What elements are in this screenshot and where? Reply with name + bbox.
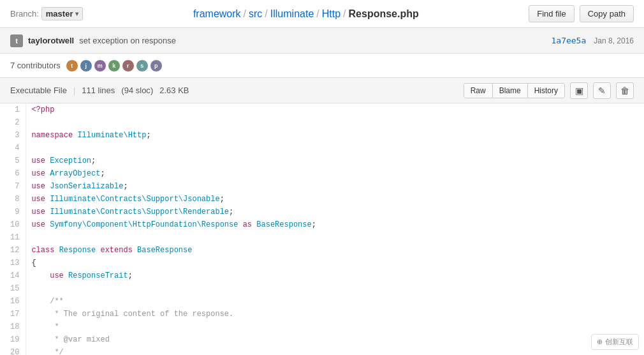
line-number[interactable]: 13 bbox=[0, 257, 26, 269]
commit-author[interactable]: taylorotwell bbox=[28, 36, 74, 45]
line-number[interactable]: 3 bbox=[0, 129, 26, 142]
table-row: 16 /** bbox=[0, 295, 644, 308]
copy-path-button[interactable]: Copy path bbox=[580, 5, 634, 22]
commit-bar: t taylorotwell set exception on response… bbox=[0, 28, 644, 54]
line-code: use ResponseTrait; bbox=[26, 269, 644, 282]
line-code: * @var mixed bbox=[26, 333, 644, 346]
breadcrumb-framework[interactable]: framework bbox=[193, 8, 241, 20]
contributors-label[interactable]: 7 contributors bbox=[10, 61, 61, 70]
table-row: 3namespace Illuminate\Http; bbox=[0, 129, 644, 142]
line-number[interactable]: 7 bbox=[0, 180, 26, 193]
find-file-button[interactable]: Find file bbox=[529, 5, 574, 22]
desktop-icon[interactable]: ▣ bbox=[570, 82, 588, 99]
table-row: 18 * bbox=[0, 321, 644, 333]
line-number[interactable]: 15 bbox=[0, 282, 26, 295]
file-lines: 111 lines bbox=[82, 86, 115, 95]
file-sloc: (94 sloc) bbox=[121, 86, 153, 95]
blame-button[interactable]: Blame bbox=[493, 84, 528, 98]
table-row: 7use JsonSerializable; bbox=[0, 180, 644, 193]
breadcrumb-http[interactable]: Http bbox=[322, 8, 340, 20]
contributor-avatar-4[interactable]: k bbox=[108, 59, 121, 72]
line-number[interactable]: 9 bbox=[0, 206, 26, 218]
line-code bbox=[26, 142, 644, 155]
file-meta-right: Raw Blame History ▣ ✎ 🗑 bbox=[464, 82, 634, 99]
contributors-bar: 7 contributors t j m k r s p bbox=[0, 54, 644, 78]
line-code: use Symfony\Component\HttpFoundation\Res… bbox=[26, 218, 644, 231]
table-row: 11 bbox=[0, 231, 644, 244]
code-table: 1<?php2 3namespace Illuminate\Http;4 5us… bbox=[0, 103, 644, 355]
contributor-avatar-7[interactable]: p bbox=[150, 59, 163, 72]
line-number[interactable]: 12 bbox=[0, 244, 26, 257]
code-area: 1<?php2 3namespace Illuminate\Http;4 5us… bbox=[0, 103, 644, 355]
line-number[interactable]: 5 bbox=[0, 155, 26, 167]
line-number[interactable]: 20 bbox=[0, 346, 26, 355]
table-row: 12class Response extends BaseResponse bbox=[0, 244, 644, 257]
table-row: 6use ArrayObject; bbox=[0, 167, 644, 180]
table-row: 20 */ bbox=[0, 346, 644, 355]
contributor-avatars: t j m k r s p bbox=[66, 59, 163, 72]
line-code: use JsonSerializable; bbox=[26, 180, 644, 193]
line-number[interactable]: 8 bbox=[0, 193, 26, 206]
top-bar: Branch: master ▾ framework / src / Illum… bbox=[0, 0, 644, 28]
line-number[interactable]: 2 bbox=[0, 116, 26, 129]
line-number[interactable]: 11 bbox=[0, 231, 26, 244]
sep-4: / bbox=[343, 8, 346, 20]
contributor-avatar-3[interactable]: m bbox=[94, 59, 106, 72]
breadcrumb-src[interactable]: src bbox=[249, 8, 262, 20]
branch-dropdown[interactable]: master ▾ bbox=[41, 7, 84, 20]
table-row: 10use Symfony\Component\HttpFoundation\R… bbox=[0, 218, 644, 231]
line-code bbox=[26, 231, 644, 244]
commit-sha[interactable]: 1a7ee5a bbox=[551, 36, 586, 45]
line-code: use Exception; bbox=[26, 155, 644, 167]
contributor-avatar-6[interactable]: s bbox=[136, 59, 149, 72]
line-number[interactable]: 1 bbox=[0, 103, 26, 116]
line-number[interactable]: 14 bbox=[0, 269, 26, 282]
line-number[interactable]: 4 bbox=[0, 142, 26, 155]
table-row: 13{ bbox=[0, 257, 644, 269]
line-code: use Illuminate\Contracts\Support\Jsonabl… bbox=[26, 193, 644, 206]
divider-1: | bbox=[73, 86, 75, 95]
file-type: Executable File bbox=[10, 86, 67, 95]
commit-right: 1a7ee5a Jan 8, 2016 bbox=[551, 36, 634, 45]
line-number[interactable]: 17 bbox=[0, 308, 26, 321]
commit-date: Jan 8, 2016 bbox=[594, 36, 634, 45]
table-row: 1<?php bbox=[0, 103, 644, 116]
delete-icon[interactable]: 🗑 bbox=[616, 82, 634, 99]
avatar: t bbox=[10, 34, 23, 47]
table-row: 14 use ResponseTrait; bbox=[0, 269, 644, 282]
line-number[interactable]: 18 bbox=[0, 321, 26, 333]
branch-name-text: master bbox=[46, 9, 73, 19]
table-row: 9use Illuminate\Contracts\Support\Render… bbox=[0, 206, 644, 218]
raw-button[interactable]: Raw bbox=[464, 84, 493, 98]
breadcrumb-illuminate[interactable]: Illuminate bbox=[270, 8, 314, 20]
table-row: 5use Exception; bbox=[0, 155, 644, 167]
top-actions: Find file Copy path bbox=[529, 5, 634, 22]
edit-icon[interactable]: ✎ bbox=[593, 82, 611, 99]
sep-3: / bbox=[316, 8, 319, 20]
line-number[interactable]: 10 bbox=[0, 218, 26, 231]
breadcrumb: framework / src / Illuminate / Http / Re… bbox=[193, 8, 419, 20]
file-meta-bar: Executable File | 111 lines (94 sloc) 2.… bbox=[0, 78, 644, 103]
history-button[interactable]: History bbox=[528, 84, 564, 98]
line-code: use ArrayObject; bbox=[26, 167, 644, 180]
sep-1: / bbox=[244, 8, 246, 20]
contributor-avatar-1[interactable]: t bbox=[66, 59, 78, 72]
file-size: 2.63 KB bbox=[159, 86, 189, 95]
line-code: * bbox=[26, 321, 644, 333]
line-number[interactable]: 16 bbox=[0, 295, 26, 308]
line-code: use Illuminate\Contracts\Support\Rendera… bbox=[26, 206, 644, 218]
line-code: namespace Illuminate\Http; bbox=[26, 129, 644, 142]
sep-2: / bbox=[265, 8, 267, 20]
line-code bbox=[26, 116, 644, 129]
line-code: { bbox=[26, 257, 644, 269]
breadcrumb-current: Response.php bbox=[349, 8, 419, 20]
contributor-avatar-2[interactable]: j bbox=[80, 59, 92, 72]
table-row: 2 bbox=[0, 116, 644, 129]
line-number[interactable]: 19 bbox=[0, 333, 26, 346]
branch-label: Branch: bbox=[10, 9, 39, 19]
line-number[interactable]: 6 bbox=[0, 167, 26, 180]
watermark: ⊕ 创新互联 bbox=[591, 334, 639, 350]
contributor-avatar-5[interactable]: r bbox=[122, 59, 135, 72]
table-row: 4 bbox=[0, 142, 644, 155]
branch-selector: Branch: master ▾ bbox=[10, 7, 83, 20]
